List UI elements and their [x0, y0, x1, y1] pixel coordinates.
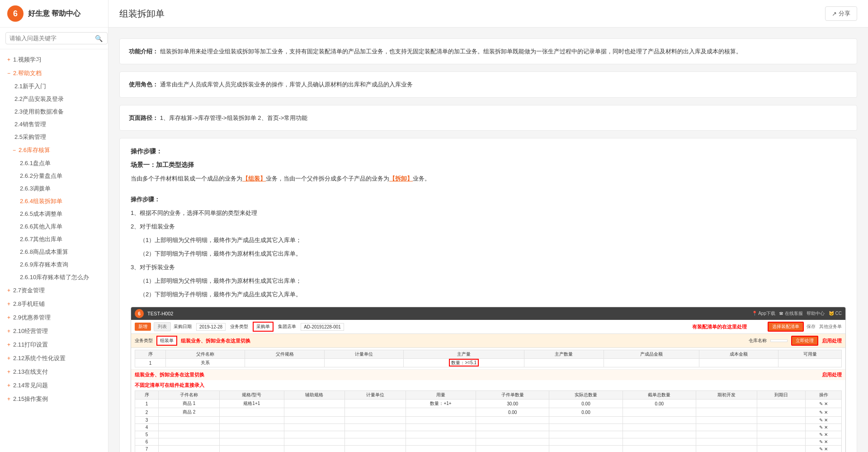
sidebar-item-214[interactable]: + 2.14常见问题	[0, 379, 108, 392]
cell-qty: 数量：>=5.1	[404, 359, 524, 367]
sidebar-item-266[interactable]: 2.6.6其他入库单	[0, 220, 108, 233]
sidebar: 6 好生意 帮助中心 🔍 + 1.视频学习 − 2.帮助文档 2.1新手入门 2…	[0, 0, 108, 452]
sub-qty3-2	[623, 408, 696, 417]
sub-actions-5[interactable]: ✎ ✕	[806, 431, 842, 438]
sidebar-item-215-label: 2.15操作案例	[13, 395, 48, 403]
sidebar-item-28-label: 2.8手机旺铺	[13, 300, 45, 308]
sub-init-1	[696, 400, 757, 408]
cell-cost-amt	[699, 359, 778, 367]
sub-actions-1[interactable]: ✎ ✕	[806, 400, 842, 408]
sidebar-item-25[interactable]: 2.5采购管理	[0, 131, 108, 143]
sidebar-item-video[interactable]: + 1.视频学习	[0, 53, 108, 67]
sidebar-item-help[interactable]: − 2.帮助文档	[0, 67, 108, 80]
scene1-title: 场景一：加工类型选择	[131, 161, 846, 169]
sidebar-item-28[interactable]: + 2.8手机旺铺	[0, 297, 108, 311]
tab-list[interactable]: 列表	[154, 322, 171, 331]
step2: 2、对于组装业务	[131, 221, 846, 233]
sub-qty2-1: 0.00	[549, 400, 623, 408]
step1: 1、根据不同的业务，选择不同单据的类型来处理	[131, 207, 846, 219]
plus-icon-210: +	[7, 328, 10, 334]
plus-icon-211: +	[7, 342, 10, 348]
sub-spec-2	[220, 408, 284, 417]
sub-actions-3[interactable]: ✎ ✕	[806, 417, 842, 424]
sidebar-item-263[interactable]: 2.6.3调拨单	[0, 182, 108, 195]
step2-2: （2）下部明细为子件明细，最终作为原材料生成其它出库单。	[131, 248, 846, 260]
child-row-5: 5✎ ✕	[135, 431, 842, 438]
search-icon[interactable]: 🔍	[95, 35, 103, 42]
tab-new-active[interactable]: 新增	[135, 323, 151, 331]
upper-table-area: 序 父件名称 父件规格 计量单位 主产量 主产数量 产成品金额 成本金额 可用量	[131, 348, 845, 369]
sidebar-item-212-label: 2.12系统个性化设置	[13, 354, 66, 362]
form-ordertype-value-red[interactable]: 采购单	[253, 322, 274, 332]
sidebar-item-212[interactable]: + 2.12系统个性化设置	[0, 352, 108, 365]
sidebar-item-261[interactable]: 2.6.1盘点单	[0, 157, 108, 170]
apply-btn[interactable]: 立即处理	[791, 336, 818, 346]
sidebar-item-264[interactable]: 2.6.4组装拆卸单	[0, 195, 108, 208]
sidebar-item-262[interactable]: 2.6.2分量盘点单	[0, 170, 108, 182]
warehouse-input[interactable]	[770, 339, 788, 342]
sidebar-item-29[interactable]: + 2.9优惠券管理	[0, 311, 108, 324]
sidebar-item-267[interactable]: 2.6.7其他出库单	[0, 233, 108, 246]
sidebar-item-26[interactable]: − 2.6库存核算	[0, 143, 108, 157]
sidebar-item-213-label: 2.13在线支付	[13, 368, 48, 376]
form-date-value[interactable]: 2019-12-28	[196, 323, 226, 331]
sidebar-item-22[interactable]: 2.2产品安装及登录	[0, 93, 108, 105]
cell-name: 关系	[166, 359, 245, 367]
sub-aux-1	[284, 400, 345, 408]
annotation2: 组装业务、拆卸业务在这里切换	[181, 338, 250, 344]
sidebar-item-215[interactable]: + 2.15操作案例	[0, 392, 108, 406]
sidebar-item-help-label: 2.帮助文档	[13, 69, 42, 77]
annotation-btn[interactable]: 选择装配清单	[768, 322, 804, 332]
sidebar-item-213[interactable]: + 2.13在线支付	[0, 365, 108, 379]
plus-icon: +	[7, 57, 10, 63]
highlight-chaichui[interactable]: 【拆卸】	[389, 175, 413, 182]
sub-actions-7[interactable]: ✎ ✕	[806, 446, 842, 452]
form-orderid-value[interactable]: AD-20191228-001	[301, 323, 344, 331]
minus-icon-26: −	[13, 147, 16, 153]
sub-actions-2[interactable]: ✎ ✕	[806, 408, 842, 417]
sub-actions-6[interactable]: ✎ ✕	[806, 438, 842, 446]
share-button[interactable]: ↗ 分享	[825, 6, 857, 21]
sidebar-item-26-label: 2.6库存核算	[19, 146, 50, 154]
sidebar-item-269[interactable]: 2.6.9库存账本查询	[0, 258, 108, 271]
sub-col-qty1: 子件单数量	[476, 391, 549, 400]
col-parent-spec: 父件规格	[245, 350, 324, 359]
search-input[interactable]	[5, 32, 108, 44]
plus-icon-212: +	[7, 355, 10, 362]
biz-type-label: 业务类型	[135, 338, 153, 344]
sub-date-1	[757, 400, 805, 408]
sub-col-aux: 辅助规格	[284, 391, 345, 400]
sub-usage-2	[406, 408, 476, 417]
sub-spec-1: 规格1+1	[220, 400, 284, 408]
sidebar-item-210[interactable]: + 2.10经营管理	[0, 324, 108, 338]
sidebar-item-265[interactable]: 2.6.5成本调整单	[0, 208, 108, 220]
sidebar-item-27-label: 2.7资金管理	[13, 286, 45, 295]
ops-title: 操作步骤：	[131, 147, 846, 156]
col-main-count: 主产数量	[524, 350, 604, 359]
biz-type-value-red[interactable]: 组装单	[156, 336, 177, 346]
sidebar-item-268[interactable]: 2.6.8商品成本重算	[0, 246, 108, 258]
sub-qty2-2: 0.00	[549, 408, 623, 417]
plus-icon-27: +	[7, 287, 10, 294]
highlight-zuzhuang[interactable]: 【组装】	[242, 175, 266, 182]
sidebar-item-24[interactable]: 2.4销售管理	[0, 118, 108, 131]
logo-text: 好生意 帮助中心	[28, 9, 80, 19]
sidebar-item-21[interactable]: 2.1新手入门	[0, 80, 108, 93]
sidebar-item-27[interactable]: + 2.7资金管理	[0, 284, 108, 297]
main-header: 组装拆卸单 ↗ 分享	[108, 0, 868, 28]
action-icons-2: ✎ ✕	[819, 410, 828, 415]
share-icon: ↗	[832, 10, 837, 17]
sub-col-qty3: 截单总数量	[623, 391, 696, 400]
app-topnav: 6 TEST-H002 📍 App下载 ☎ 在线客服 帮助中心 🐱 CC	[131, 307, 845, 320]
app-logo: 6	[135, 309, 144, 318]
app-topbar-title: TEST-H002	[147, 311, 173, 316]
col-product-amt: 产成品金额	[604, 350, 699, 359]
sidebar-item-23[interactable]: 2.3使用前数据准备	[0, 105, 108, 118]
sidebar-item-211[interactable]: + 2.11打印设置	[0, 338, 108, 352]
sub-actions-4[interactable]: ✎ ✕	[806, 424, 842, 431]
nav-tree: + 1.视频学习 − 2.帮助文档 2.1新手入门 2.2产品安装及登录 2.3…	[0, 49, 108, 452]
cell-product-amt	[604, 359, 699, 367]
sub-name-2: 商品 2	[159, 408, 220, 417]
sub-seq-1: 1	[135, 400, 159, 408]
sidebar-item-2610[interactable]: 2.6.10库存账本错了怎么办	[0, 271, 108, 284]
